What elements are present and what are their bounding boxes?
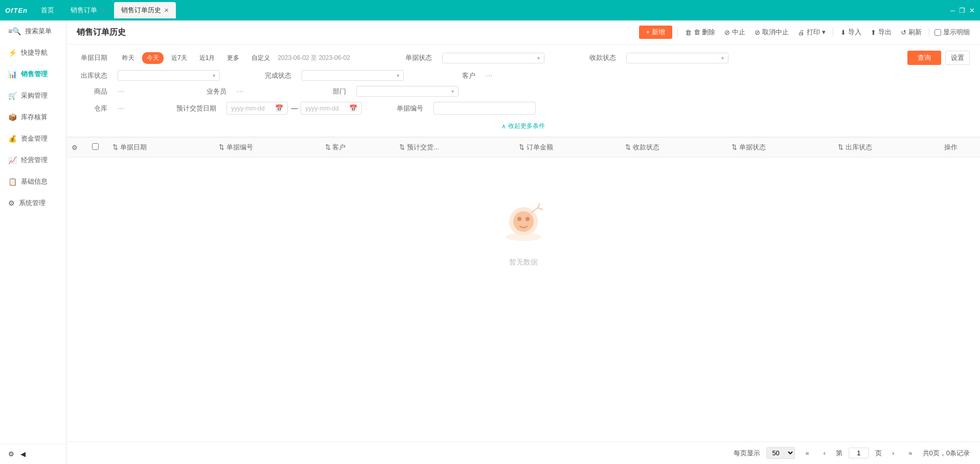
warehouse-input[interactable]: ··· — [118, 104, 124, 113]
calendar-end-icon: 📅 — [349, 104, 357, 112]
sidebar-item-sys-label: 系统管理 — [19, 198, 45, 208]
tab-sales-order-history-close[interactable]: ✕ — [164, 7, 169, 14]
prev-page-btn[interactable]: ‹ — [819, 448, 830, 458]
date-7days[interactable]: 近7天 — [167, 52, 192, 64]
collapse-label: 收起更多条件 — [508, 122, 545, 130]
collapse-row[interactable]: ∧ 收起更多条件 — [77, 120, 970, 130]
query-button[interactable]: 查询 — [907, 51, 941, 65]
sidebar: ≡🔍 搜索菜单 ⚡ 快捷导航 📊 销售管理 🛒 采购管理 📦 库存核算 💰 资金… — [0, 20, 66, 464]
complete-status-arrow: ▾ — [397, 73, 399, 78]
sidebar-item-search-menu[interactable]: ≡🔍 搜索菜单 — [0, 20, 66, 42]
sidebar-item-quick-nav[interactable]: ⚡ 快捷导航 — [0, 42, 66, 63]
show-detail-checkbox[interactable]: 显示明细 — [935, 28, 970, 37]
sidebar-item-inventory[interactable]: 📦 库存核算 — [0, 106, 66, 128]
date-yesterday[interactable]: 昨天 — [118, 52, 139, 64]
sidebar-item-purchase-mgmt[interactable]: 🛒 采购管理 — [0, 85, 66, 106]
tab-sales-order[interactable]: 销售订单 ✕ — [63, 2, 112, 18]
filter-row-3: 商品 ··· 业务员 ··· 部门 ▾ — [77, 86, 970, 97]
department-select[interactable]: ▾ — [356, 86, 459, 97]
delivery-date-end[interactable]: yyyy-mm-dd 📅 — [301, 102, 362, 115]
filter-row-4: 仓库 ··· 预计交货日期 yyyy-mm-dd 📅 — yyyy-mm-dd … — [77, 102, 970, 115]
page-size-label: 每页显示 — [734, 449, 760, 458]
col-settings[interactable]: ⚙ — [66, 138, 87, 158]
settings-icon[interactable]: ⚙ — [72, 144, 78, 151]
sidebar-item-operation[interactable]: 📈 经营管理 — [0, 149, 66, 171]
stop-button[interactable]: ⊘ 中止 — [722, 27, 747, 38]
tab-home[interactable]: 首页 — [34, 2, 61, 18]
window-controls: ─ ❐ ✕ — [950, 7, 975, 14]
bill-no-input[interactable] — [434, 102, 536, 115]
refresh-button[interactable]: ↺ 刷新 — [899, 27, 924, 38]
col-payment-status[interactable]: ⇅ 收款状态 — [620, 138, 726, 158]
col-customer[interactable]: ⇅ 客户 — [320, 138, 395, 158]
print-button[interactable]: 🖨 打印 ▾ — [796, 27, 828, 38]
collapse-up-icon: ∧ — [502, 123, 506, 130]
tab-sales-order-history[interactable]: 销售订单历史 ✕ — [114, 2, 176, 18]
sidebar-item-finance[interactable]: 💰 资金管理 — [0, 128, 66, 149]
page-input[interactable] — [849, 448, 869, 458]
date-1month[interactable]: 近1月 — [195, 52, 220, 64]
window-restore[interactable]: ❐ — [959, 7, 965, 14]
salesperson-input[interactable]: ··· — [237, 87, 243, 96]
data-table: ⚙ ⇅ 单据日期 ⇅ 单据编号 ⇅ 客户 — [66, 137, 980, 158]
customer-input[interactable]: ··· — [486, 71, 492, 80]
content-area: 销售订单历史 + 新增 🗑 🗑 删除 ⊘ 中止 ⊘ 取消中止 🖨 — [66, 20, 980, 464]
col-delivery-status[interactable]: ⇅ 出库状态 — [833, 138, 939, 158]
delivery-status-select[interactable]: ▾ — [118, 70, 220, 81]
svg-point-3 — [517, 217, 521, 221]
window-minimize[interactable]: ─ — [950, 7, 955, 14]
empty-state: 暂无数据 — [66, 158, 980, 308]
import-button[interactable]: ⬇ 导入 — [838, 27, 863, 38]
sidebar-item-sys-mgmt[interactable]: ⚙ 系统管理 — [0, 192, 66, 214]
first-page-btn[interactable]: « — [801, 448, 813, 458]
col-expected-delivery[interactable]: ⇅ 预计交货... — [394, 138, 514, 158]
page-size-select[interactable]: 20 50 100 — [766, 447, 795, 459]
sidebar-item-operation-label: 经营管理 — [21, 156, 48, 165]
date-group: 昨天 今天 近7天 近1月 更多 自定义 2023-06-02 至 2023-0… — [118, 52, 350, 64]
col-checkbox[interactable] — [87, 138, 107, 158]
date-custom[interactable]: 自定义 — [247, 52, 275, 64]
col-bill-date[interactable]: ⇅ 单据日期 — [107, 138, 214, 158]
bill-status-select[interactable]: ▾ — [442, 53, 544, 63]
sales-mgmt-icon: 📊 — [8, 70, 17, 78]
sidebar-item-sales-mgmt[interactable]: 📊 销售管理 — [0, 63, 66, 85]
page-header: 销售订单历史 + 新增 🗑 🗑 删除 ⊘ 中止 ⊘ 取消中止 🖨 — [66, 20, 980, 45]
tab-sales-order-close[interactable]: ✕ — [100, 7, 105, 14]
settings-button[interactable]: 设置 — [945, 51, 970, 65]
inventory-icon: 📦 — [8, 113, 17, 121]
sidebar-collapse-icon[interactable]: ◀ — [20, 450, 26, 458]
cancel-stop-button[interactable]: ⊘ 取消中止 — [753, 27, 791, 38]
empty-illustration — [498, 198, 549, 250]
goods-input[interactable]: ··· — [118, 87, 124, 96]
date-today[interactable]: 今天 — [142, 52, 164, 64]
delivery-status-arrow: ▾ — [213, 73, 215, 78]
select-all-checkbox[interactable] — [92, 143, 99, 150]
export-button[interactable]: ⬆ 导出 — [869, 27, 894, 38]
col-bill-no[interactable]: ⇅ 单据编号 — [214, 138, 320, 158]
sidebar-item-inventory-label: 库存核算 — [21, 113, 48, 122]
sidebar-item-purchase-label: 采购管理 — [21, 91, 48, 100]
bill-no-label: 单据编号 — [393, 104, 423, 113]
show-detail-input[interactable] — [935, 29, 941, 36]
table-header-row: ⚙ ⇅ 单据日期 ⇅ 单据编号 ⇅ 客户 — [66, 138, 980, 158]
sidebar-item-base-label: 基础信息 — [21, 177, 48, 186]
purchase-mgmt-icon: 🛒 — [8, 92, 17, 100]
svg-line-6 — [538, 208, 543, 210]
sidebar-item-base-info[interactable]: 📋 基础信息 — [0, 171, 66, 192]
sidebar-settings-icon[interactable]: ⚙ — [8, 450, 14, 458]
add-button[interactable]: + 新增 — [639, 26, 672, 39]
next-page-btn[interactable]: › — [888, 448, 898, 458]
sidebar-item-finance-label: 资金管理 — [21, 134, 48, 143]
col-bill-status[interactable]: ⇅ 单据状态 — [726, 138, 833, 158]
date-more[interactable]: 更多 — [222, 52, 244, 64]
delete-button[interactable]: 🗑 🗑 删除 — [683, 27, 718, 38]
sidebar-item-sales-label: 销售管理 — [21, 70, 48, 79]
payment-status-select[interactable]: ▾ — [626, 53, 728, 63]
delivery-date-start[interactable]: yyyy-mm-dd 📅 — [226, 102, 288, 115]
last-page-btn[interactable]: » — [904, 448, 916, 458]
tab-sales-order-label: 销售订单 — [71, 6, 97, 15]
complete-status-select[interactable]: ▾ — [302, 70, 404, 81]
window-close[interactable]: ✕ — [969, 7, 975, 14]
cancel-stop-icon: ⊘ — [755, 29, 760, 36]
col-order-amount[interactable]: ⇅ 订单金额 — [514, 138, 620, 158]
